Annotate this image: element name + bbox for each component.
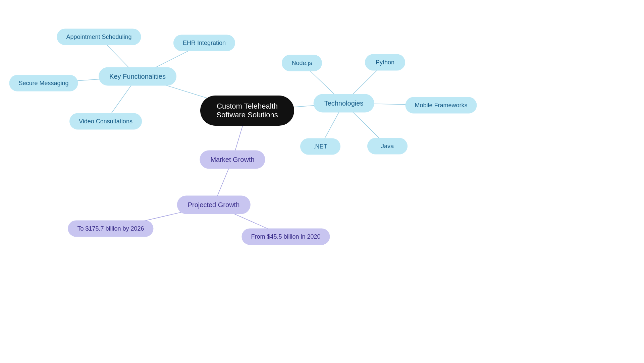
center-node: Custom Telehealth Software Solutions — [200, 96, 294, 126]
video-consultations-node: Video Consultations — [69, 113, 142, 130]
python-node: Python — [365, 54, 405, 71]
nodejs-node: Node.js — [282, 55, 322, 71]
ehr-integration-node: EHR Integration — [173, 35, 235, 51]
growth-2020-node: From $45.5 billion in 2020 — [241, 229, 330, 245]
mobile-frameworks-node: Mobile Frameworks — [405, 97, 477, 114]
key-functionalities-node: Key Functionalities — [99, 67, 176, 86]
projected-growth-node: Projected Growth — [177, 196, 251, 214]
java-node: Java — [367, 138, 408, 155]
dotnet-node: .NET — [300, 138, 340, 155]
market-growth-node: Market Growth — [200, 150, 265, 169]
appointment-scheduling-node: Appointment Scheduling — [57, 29, 141, 45]
technologies-node: Technologies — [314, 94, 374, 113]
secure-messaging-node: Secure Messaging — [9, 75, 78, 92]
growth-2026-node: To $175.7 billion by 2026 — [68, 221, 153, 237]
